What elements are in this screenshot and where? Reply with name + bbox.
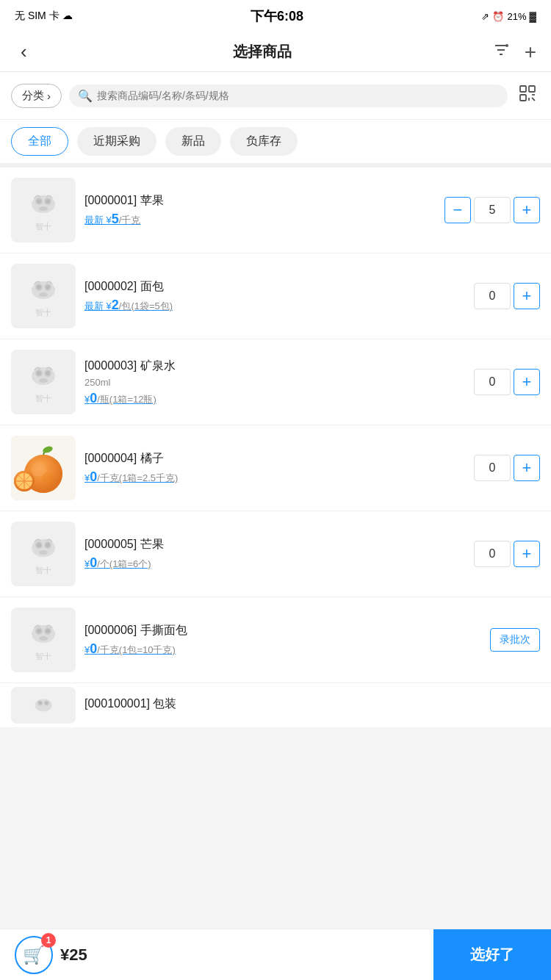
owl-icon [29,532,58,563]
qty-input-1[interactable] [474,283,511,309]
alarm-icon: ⏰ [492,11,504,22]
status-bar: 无 SIM 卡 ☁ 下午6:08 ⇗ ⏰ 21% ▓ [0,0,551,32]
svg-point-29 [39,378,48,383]
product-price-5: ¥0/千克(1包=10千克) [84,641,481,657]
page-title: 选择商品 [233,42,292,62]
owl-icon [29,274,58,306]
product-image-1: 智十 [11,264,76,328]
brand-text: 智十 [35,221,51,232]
svg-point-28 [46,371,50,375]
product-image-3 [11,436,76,500]
search-input-wrapper: 🔍 [69,84,508,107]
svg-point-54 [46,629,50,633]
product-name-1: [0000002] 面包 [84,279,465,295]
product-item: 智十 [0000002] 面包 最新 ¥2/包(1袋=5包) + [0,253,551,339]
owl-icon [32,693,54,718]
cart-button[interactable]: 🛒 1 [15,936,53,974]
plus-button-4[interactable]: + [514,541,540,567]
qty-input-2[interactable] [474,369,511,395]
batch-button-5[interactable]: 录批次 [490,628,540,652]
product-image-5: 智十 [11,608,76,672]
product-info-3: [0000004] 橘子 ¥0/千克(1箱=2.5千克) [84,451,465,485]
product-name-5: [0000006] 手撕面包 [84,623,481,638]
product-price-3: ¥0/千克(1箱=2.5千克) [84,469,465,485]
cart-badge: 1 [41,933,56,948]
plus-button-2[interactable]: + [514,369,540,395]
svg-line-10 [532,98,535,101]
category-label: 分类 [22,89,44,103]
product-name-0: [0000001] 苹果 [84,193,436,209]
minus-button-0[interactable]: − [444,197,471,223]
product-image-0: 智十 [11,178,76,242]
product-info-0: [0000001] 苹果 最新 ¥5/千克 [84,193,436,227]
owl-icon [29,618,58,649]
svg-point-48 [46,543,50,547]
owl-icon [29,360,58,392]
svg-point-3 [505,44,508,47]
qty-control-5: 录批次 [490,628,540,652]
qty-control-2: + [474,369,540,395]
product-image-partial [11,687,76,724]
plus-button-1[interactable]: + [514,283,540,309]
product-price-4: ¥0/个(1箱=6个) [84,555,465,571]
svg-point-16 [46,199,50,203]
status-right: ⇗ ⏰ 21% ▓ [481,11,536,22]
svg-point-17 [39,206,48,211]
product-list: 智十 [0000001] 苹果 最新 ¥5/千克 − + [0,167,551,727]
owl-icon [29,188,58,220]
product-spec-2: 250ml [84,377,465,388]
product-name-partial: [000100001] 包装 [84,696,540,712]
location-icon: ⇗ [481,11,489,22]
product-image-2: 智十 [11,350,76,414]
scan-icon[interactable] [515,81,540,110]
svg-rect-5 [529,86,535,92]
product-item: [0000004] 橘子 ¥0/千克(1箱=2.5千克) + [0,425,551,511]
confirm-button[interactable]: 选好了 [433,929,551,981]
add-icon[interactable]: + [525,40,536,64]
plus-button-0[interactable]: + [514,197,540,223]
svg-rect-6 [520,95,526,101]
qty-control-4: + [474,541,540,567]
product-info-5: [0000006] 手撕面包 ¥0/千克(1包=10千克) [84,623,481,657]
svg-point-47 [37,543,41,547]
qty-input-3[interactable] [474,455,511,481]
svg-point-23 [39,292,48,297]
product-name-4: [0000005] 芒果 [84,537,465,552]
battery-icon: ▓ [530,11,536,22]
svg-point-56 [35,699,51,711]
plus-button-3[interactable]: + [514,455,540,481]
product-name-3: [0000004] 橘子 [84,451,465,466]
tab-negative-stock[interactable]: 负库存 [230,127,298,156]
svg-point-55 [39,636,48,641]
bottom-bar: 🛒 1 ¥25 选好了 [0,929,551,980]
product-info-2: [0000003] 矿泉水 250ml ¥0/瓶(1箱=12瓶) [84,359,465,406]
qty-input-0[interactable] [474,197,511,223]
product-info-partial: [000100001] 包装 [84,696,540,715]
svg-point-53 [37,629,41,633]
brand-text: 智十 [35,393,51,404]
product-info-4: [0000005] 芒果 ¥0/个(1箱=6个) [84,537,465,571]
search-area: 分类 › 🔍 [0,72,551,120]
tab-new[interactable]: 新品 [165,127,221,156]
tab-recent[interactable]: 近期采购 [77,127,156,156]
product-price-2: ¥0/瓶(1箱=12瓶) [84,391,465,406]
tab-all[interactable]: 全部 [11,127,68,156]
svg-point-49 [39,550,48,555]
category-arrow: › [47,90,51,102]
svg-point-27 [37,371,41,375]
qty-control-1: + [474,283,540,309]
qty-input-4[interactable] [474,541,511,567]
qty-control-3: + [474,455,540,481]
product-image-4: 智十 [11,522,76,586]
filter-icon[interactable] [492,41,510,63]
back-button[interactable]: ‹ [15,35,33,69]
brand-text: 智十 [35,651,51,662]
product-item: 智十 [0000006] 手撕面包 ¥0/千克(1包=10千克) 录批次 [0,597,551,683]
search-icon: 🔍 [78,89,93,103]
qty-control-0: − + [444,197,540,223]
search-input[interactable] [97,90,499,101]
battery-level: 21% [507,11,526,22]
category-button[interactable]: 分类 › [11,84,62,108]
svg-point-59 [39,702,42,705]
product-item-partial: [000100001] 包装 [0,683,551,727]
